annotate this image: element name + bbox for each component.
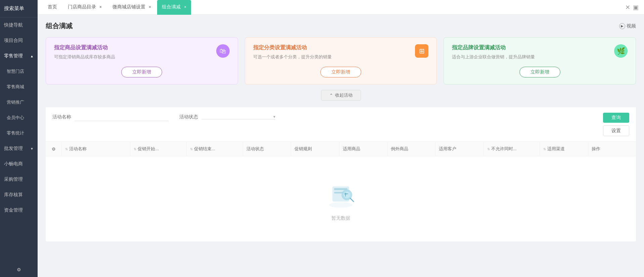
sidebar-item-inventory-calc[interactable]: 库存核算 (0, 187, 38, 203)
tab-combo-discount[interactable]: 组合满减 × (157, 0, 191, 15)
settings-button[interactable]: ⚙ (0, 262, 38, 277)
product-card-add-btn[interactable]: 立即新增 (121, 67, 162, 77)
tab-home[interactable]: 首页 (43, 0, 62, 15)
svg-line-6 (350, 198, 354, 202)
sidebar-item-retail-management[interactable]: 零售管理 ▲ (0, 48, 38, 64)
data-table: ⚙ ⇅ 活动名称 ⇅ 促销开始... ⇅ 促销结束... (46, 142, 636, 241)
activity-status-label: 活动状态 (179, 114, 198, 120)
svg-point-0 (329, 202, 353, 208)
activity-name-input[interactable] (75, 113, 169, 121)
sort-icon-channel: ⇅ (543, 147, 546, 151)
leaf-icon: 🌿 (614, 44, 628, 58)
close-tab-combo-discount[interactable]: × (184, 5, 186, 9)
brand-promotion-card: 指定品牌设置满减活动 适合与上游企业联合做营销，提升品牌销量 🌿 立即新增 (444, 37, 636, 85)
sidebar-item-smart-store[interactable]: 智慧门店 (0, 64, 38, 79)
collapse-icon: ⌃ (329, 93, 333, 98)
table-header: ⚙ ⇅ 活动名称 ⇅ 促销开始... ⇅ 促销结束... (46, 142, 636, 156)
sidebar-item-marketing[interactable]: 营销推广 (0, 95, 38, 110)
collapse-bar: ⌃ 收起活动 (46, 90, 636, 101)
chevron-down-icon: ▾ (273, 114, 275, 119)
close-window-icon[interactable]: ✕ (625, 4, 630, 11)
content-panel: 活动名称 活动状态 ▾ 查询 设置 (46, 107, 636, 241)
search-buttons: 查询 设置 (603, 113, 629, 136)
close-tab-wechat-shop-settings[interactable]: × (149, 5, 151, 9)
sidebar-item-quick-nav[interactable]: 快捷导航 (0, 17, 38, 33)
main-area: 首页 门店商品目录 × 微商城店铺设置 × 组合满减 × ✕ ▣ 组合满减 ▶ … (38, 0, 644, 277)
video-icon: ▶ (619, 23, 625, 29)
activity-name-label: 活动名称 (52, 114, 71, 120)
product-card-title: 指定商品设置满减活动 (54, 44, 230, 51)
page-title: 组合满减 (46, 21, 73, 31)
tab-store-product-catalog[interactable]: 门店商品目录 × (63, 0, 106, 15)
activity-status-select[interactable]: ▾ (201, 114, 275, 119)
collapse-activities-btn[interactable]: ⌃ 收起活动 (321, 90, 361, 101)
th-applicable-customer: 适用客户 (435, 142, 484, 156)
sidebar-item-member-center[interactable]: 会员中心 (0, 110, 38, 125)
brand-card-add-btn[interactable]: 立即新增 (519, 67, 560, 77)
th-promo-rule: 促销规则 (291, 142, 339, 156)
sidebar-item-project-contract[interactable]: 项目合同 (0, 33, 38, 48)
search-fields: 活动名称 活动状态 ▾ (52, 113, 603, 121)
tab-bar: 首页 门店商品目录 × 微商城店铺设置 × 组合满减 × ✕ ▣ (38, 0, 644, 15)
category-card-add-btn[interactable]: 立即新增 (320, 67, 361, 77)
tab-bar-right: ✕ ▣ (625, 4, 639, 11)
cards-section: 指定商品设置满减活动 可指定滞销商品或库存较多商品 🛍 立即新增 指定分类设置满… (46, 37, 636, 85)
th-no-duplicate[interactable]: ⇅ 不允许同时... (484, 142, 540, 156)
sidebar-item-purchase-mgmt[interactable]: 采购管理 (0, 172, 38, 187)
query-button[interactable]: 查询 (603, 113, 629, 123)
sidebar-item-retail-mall[interactable]: 零售商城 (0, 79, 38, 95)
sidebar-item-xiaogang-ecom[interactable]: 小畅电商 (0, 156, 38, 172)
tab-wechat-shop-settings[interactable]: 微商城店铺设置 × (108, 0, 156, 15)
category-card-title: 指定分类设置满减活动 (253, 44, 429, 51)
activity-name-field: 活动名称 (52, 113, 169, 121)
sidebar-search[interactable]: 搜索菜单 (0, 0, 38, 17)
page-header: 组合满减 ▶ 视频 (46, 21, 636, 31)
empty-illustration (324, 176, 358, 210)
th-activity-status: 活动状态 (243, 142, 291, 156)
settings-table-button[interactable]: 设置 (603, 125, 629, 136)
sidebar-item-retail-stats[interactable]: 零售统计 (0, 125, 38, 141)
video-link[interactable]: ▶ 视频 (619, 23, 636, 29)
th-promo-start[interactable]: ⇅ 促销开始... (130, 142, 187, 156)
empty-state: 暂无数据 (46, 156, 636, 241)
activity-status-field: 活动状态 ▾ (179, 114, 275, 120)
product-promotion-card: 指定商品设置满减活动 可指定滞销商品或库存较多商品 🛍 立即新增 (46, 37, 238, 85)
svg-point-5 (343, 191, 350, 198)
empty-text: 暂无数据 (331, 215, 350, 221)
category-card-desc: 可选一个或者多个分类，提升分类的销量 (253, 54, 429, 60)
bag-icon: 🛍 (216, 44, 230, 58)
gear-settings-icon: ⚙ (52, 147, 56, 152)
th-exclude-goods: 例外商品 (387, 142, 435, 156)
grid-icon: ⊞ (415, 44, 428, 58)
product-card-desc: 可指定滞销商品或库存较多商品 (54, 54, 230, 60)
sidebar: 搜索菜单 快捷导航 项目合同 零售管理 ▲ 智慧门店 零售商城 营销推广 会员中… (0, 0, 38, 277)
sort-icon-end: ⇅ (190, 147, 193, 151)
th-applicable-channel[interactable]: ⇅ 适用渠道 (540, 142, 588, 156)
th-promo-end[interactable]: ⇅ 促销结束... (187, 142, 243, 156)
expand-arrow-wholesale-icon: ▼ (30, 147, 34, 151)
th-activity-name[interactable]: ⇅ 活动名称 (62, 142, 130, 156)
th-gear[interactable]: ⚙ (46, 143, 62, 156)
page-content: 组合满减 ▶ 视频 指定商品设置满减活动 可指定滞销商品或库存较多商品 🛍 立即… (38, 15, 644, 277)
sort-icon: ⇅ (65, 147, 68, 151)
th-action: 操作 (588, 142, 636, 156)
brand-card-title: 指定品牌设置满减活动 (452, 44, 628, 51)
maximize-window-icon[interactable]: ▣ (633, 4, 639, 11)
sort-icon-nodup: ⇅ (487, 147, 490, 151)
brand-card-desc: 适合与上游企业联合做营销，提升品牌销量 (452, 54, 628, 60)
close-tab-store-product-catalog[interactable]: × (99, 5, 102, 9)
th-applicable-goods: 适用商品 (339, 142, 387, 156)
sidebar-item-fund-mgmt[interactable]: 资金管理 (0, 203, 38, 218)
sort-icon-start: ⇅ (134, 147, 136, 151)
expand-arrow-icon: ▲ (30, 54, 34, 58)
search-section: 活动名称 活动状态 ▾ 查询 设置 (46, 107, 636, 142)
category-promotion-card: 指定分类设置满减活动 可选一个或者多个分类，提升分类的销量 ⊞ 立即新增 (245, 37, 437, 85)
sidebar-item-wholesale-mgmt[interactable]: 批发管理 ▼ (0, 141, 38, 156)
